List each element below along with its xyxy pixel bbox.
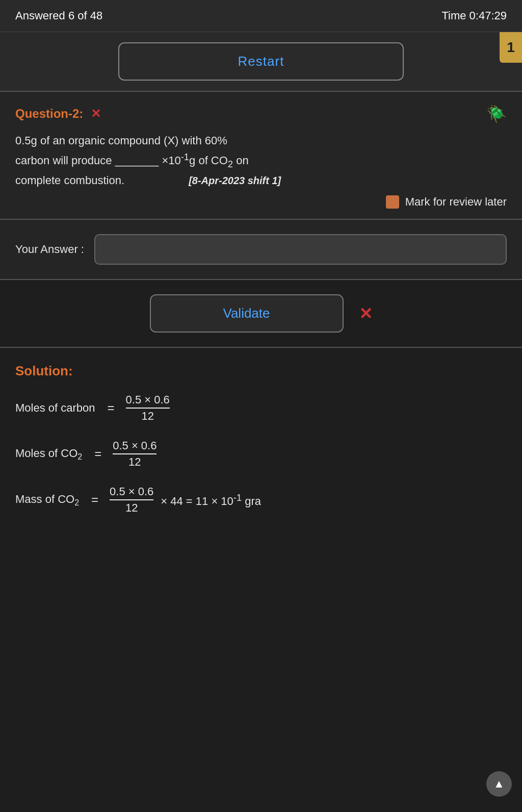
question-title: Question-2: ✕ (15, 107, 101, 121)
solution-section: Solution: Moles of carbon = 0.5 × 0.6 12… (0, 348, 522, 551)
validate-button[interactable]: Validate (150, 294, 344, 333)
question-line1: 0.5g of an organic compound (X) with 60% (15, 132, 507, 149)
review-row: Mark for review later (15, 195, 507, 209)
review-label: Mark for review later (405, 195, 507, 209)
question-source: [8-Apr-2023 shift 1] (189, 175, 281, 186)
moles-co2-label: Moles of CO2 (15, 447, 82, 462)
question-line3: complete combustion. [8-Apr-2023 shift 1… (15, 171, 507, 189)
badge: 1 (500, 32, 522, 63)
moles-co2-denominator: 12 (128, 454, 141, 469)
validate-x-mark: ✕ (359, 304, 373, 323)
answered-label: Answered 6 of 48 (15, 9, 102, 22)
mass-co2-label: Mass of CO2 (15, 493, 79, 508)
question-section: Question-2: ✕ 🪲 0.5g of an organic compo… (0, 92, 522, 220)
question-x-mark: ✕ (91, 107, 101, 120)
answer-input[interactable] (94, 234, 507, 265)
timer-label: Time 0:47:29 (441, 9, 507, 22)
review-checkbox[interactable] (386, 195, 399, 209)
solution-title: Solution: (15, 363, 507, 379)
moles-co2-numerator: 0.5 × 0.6 (113, 439, 156, 454)
moles-co2-fraction: 0.5 × 0.6 12 (113, 439, 156, 469)
bug-icon: 🪲 (486, 104, 507, 123)
moles-carbon-row: Moles of carbon = 0.5 × 0.6 12 (15, 393, 507, 423)
mass-co2-denominator: 12 (125, 500, 138, 515)
question-body: 0.5g of an organic compound (X) with 60%… (15, 132, 507, 189)
moles-carbon-denominator: 12 (141, 409, 153, 423)
answer-section: Your Answer : (0, 220, 522, 280)
top-section: Restart 1 (0, 32, 522, 92)
mass-co2-row: Mass of CO2 = 0.5 × 0.6 12 × 44 = 11 × 1… (15, 485, 507, 515)
restart-button[interactable]: Restart (118, 42, 404, 81)
moles-co2-row: Moles of CO2 = 0.5 × 0.6 12 (15, 439, 507, 469)
answer-label: Your Answer : (15, 243, 84, 256)
question-header: Question-2: ✕ 🪲 (15, 104, 507, 123)
mass-co2-rest: × 44 = 11 × 10-1 gra (161, 492, 261, 508)
scroll-top-button[interactable]: ▲ (486, 771, 512, 797)
moles-carbon-fraction: 0.5 × 0.6 12 (126, 393, 170, 423)
mass-co2-numerator: 0.5 × 0.6 (110, 485, 153, 500)
validate-section: Validate ✕ (0, 280, 522, 348)
mass-co2-fraction: 0.5 × 0.6 12 (110, 485, 153, 515)
moles-carbon-label: Moles of carbon (15, 401, 95, 415)
moles-carbon-numerator: 0.5 × 0.6 (126, 393, 170, 409)
question-line2: carbon will produce _______ ×10-1g of CO… (15, 149, 507, 171)
header: Answered 6 of 48 Time 0:47:29 (0, 0, 522, 32)
